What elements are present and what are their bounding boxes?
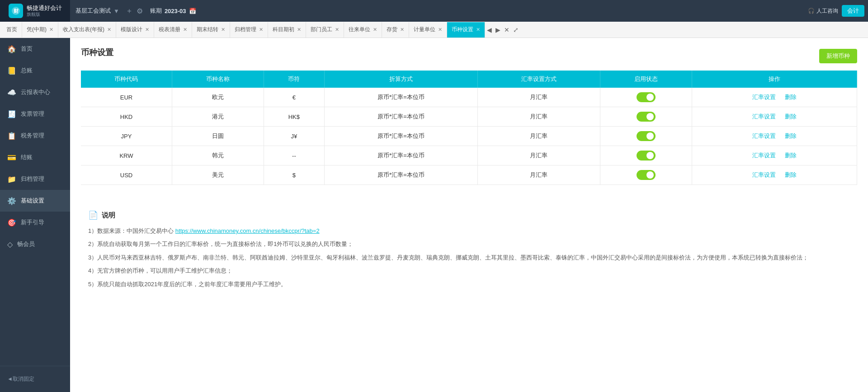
cell-rate-type-1: 月汇率 bbox=[477, 107, 600, 127]
sidebar-item-reports[interactable]: ☁️ 云报表中心 bbox=[0, 81, 70, 103]
tab-currency[interactable]: 币种设置 ✕ bbox=[447, 22, 485, 38]
gear-icon: ⚙️ bbox=[7, 197, 16, 205]
cell-rate-type-4: 月汇率 bbox=[477, 165, 600, 185]
delete-link-0[interactable]: 删除 bbox=[785, 94, 797, 100]
sidebar-item-guide[interactable]: 🎯 新手引导 bbox=[0, 212, 70, 233]
tab-currency-close[interactable]: ✕ bbox=[476, 27, 480, 33]
enable-toggle-2[interactable] bbox=[637, 131, 656, 141]
tab-voucher-close[interactable]: ✕ bbox=[49, 27, 53, 33]
rate-setting-link-1[interactable]: 汇率设置 bbox=[752, 113, 776, 120]
rate-setting-link-2[interactable]: 汇率设置 bbox=[752, 132, 776, 139]
rate-setting-link-0[interactable]: 汇率设置 bbox=[752, 94, 776, 100]
cell-actions-2: 汇率设置 删除 bbox=[692, 127, 857, 146]
cell-rate-type-2: 月汇率 bbox=[477, 127, 600, 146]
note-list: 1）数据来源：中国外汇交易中心 https://www.chinamoney.c… bbox=[88, 226, 850, 289]
cell-conversion-2: 原币*汇率=本位币 bbox=[325, 127, 478, 146]
workspace-actions: ＋ ⚙ bbox=[126, 6, 143, 16]
sidebar-item-invoice[interactable]: 🧾 发票管理 bbox=[0, 103, 70, 125]
tab-tax-close[interactable]: ✕ bbox=[183, 27, 187, 33]
table-row: JPY 日圆 J¥ 原币*汇率=本位币 月汇率 汇率设置 删除 bbox=[81, 127, 857, 146]
tab-period-close[interactable]: ✕ bbox=[221, 27, 225, 33]
table-row: EUR 欧元 € 原币*汇率=本位币 月汇率 汇率设置 删除 bbox=[81, 88, 857, 107]
cell-name-1: 港元 bbox=[172, 107, 264, 127]
col-symbol: 币符 bbox=[264, 71, 324, 88]
logo-area: 财 畅捷通好会计 旗舰版 bbox=[0, 0, 70, 22]
note-icon: 📄 bbox=[88, 210, 98, 220]
tab-voucher[interactable]: 凭(中期) ✕ bbox=[22, 22, 58, 38]
cell-symbol-0: € bbox=[264, 88, 324, 107]
table-row: HKD 港元 HK$ 原币*汇率=本位币 月汇率 汇率设置 删除 bbox=[81, 107, 857, 127]
tab-template-close[interactable]: ✕ bbox=[145, 27, 149, 33]
tab-expand-button[interactable]: ⤢ bbox=[511, 26, 520, 33]
tab-archive[interactable]: 归档管理 ✕ bbox=[230, 22, 268, 38]
workspace-dropdown-icon[interactable]: ▼ bbox=[113, 8, 119, 14]
tab-archive-close[interactable]: ✕ bbox=[259, 27, 263, 33]
settings-gear-icon[interactable]: ⚙ bbox=[137, 7, 143, 15]
tab-unit-close[interactable]: ✕ bbox=[438, 27, 442, 33]
tab-close-all-button[interactable]: ✕ bbox=[502, 26, 511, 33]
sidebar-item-settings[interactable]: ⚙️ 基础设置 bbox=[0, 190, 70, 212]
tab-next-button[interactable]: ▶ bbox=[494, 26, 502, 33]
cell-code-4: USD bbox=[81, 165, 172, 185]
cell-toggle-3 bbox=[600, 146, 692, 165]
enable-toggle-3[interactable] bbox=[637, 151, 656, 161]
tab-inventory-close[interactable]: ✕ bbox=[400, 27, 404, 33]
tab-template[interactable]: 模版设计 ✕ bbox=[116, 22, 154, 38]
enable-toggle-0[interactable] bbox=[637, 92, 656, 102]
checkout-icon: 💳 bbox=[7, 153, 16, 162]
sidebar-item-home[interactable]: 🏠 首页 bbox=[0, 38, 70, 60]
sidebar-item-checkout[interactable]: 💳 结账 bbox=[0, 146, 70, 168]
account-button[interactable]: 会计 bbox=[842, 5, 864, 17]
workspace-area: 基层工会测试 ▼ ＋ ⚙ 账期 2023-03 📅 bbox=[70, 6, 808, 16]
sidebar-item-member[interactable]: ◇ 畅会员 bbox=[0, 233, 70, 255]
tab-department-close[interactable]: ✕ bbox=[335, 27, 339, 33]
top-bar: 财 畅捷通好会计 旗舰版 基层工会测试 ▼ ＋ ⚙ 账期 2023-03 📅 🎧… bbox=[0, 0, 868, 22]
tab-income-close[interactable]: ✕ bbox=[107, 27, 111, 33]
cell-toggle-2 bbox=[600, 127, 692, 146]
cell-name-3: 韩元 bbox=[172, 146, 264, 165]
delete-link-3[interactable]: 删除 bbox=[785, 152, 797, 159]
tab-period-end[interactable]: 期末结转 ✕ bbox=[192, 22, 230, 38]
collapse-sidebar-button[interactable]: ◄取消固定 bbox=[0, 372, 70, 387]
rate-setting-link-4[interactable]: 汇率设置 bbox=[752, 171, 776, 178]
svg-text:财: 财 bbox=[13, 8, 19, 14]
archive-icon: 📁 bbox=[7, 175, 16, 184]
delete-link-2[interactable]: 删除 bbox=[785, 132, 797, 139]
cell-name-2: 日圆 bbox=[172, 127, 264, 146]
tab-unit[interactable]: 计量单位 ✕ bbox=[409, 22, 447, 38]
cell-code-0: EUR bbox=[81, 88, 172, 107]
tab-home[interactable]: 首页 bbox=[2, 22, 22, 38]
sidebar-item-tax[interactable]: 📋 税务管理 bbox=[0, 125, 70, 146]
calendar-icon[interactable]: 📅 bbox=[189, 8, 196, 14]
tab-department[interactable]: 部门员工 ✕ bbox=[306, 22, 344, 38]
delete-link-4[interactable]: 删除 bbox=[785, 171, 797, 178]
note-item: 4）无官方牌价的币种，可以用用户手工维护汇率信息； bbox=[88, 265, 850, 276]
add-workspace-icon[interactable]: ＋ bbox=[126, 6, 133, 16]
tab-subject[interactable]: 科目期初 ✕ bbox=[268, 22, 306, 38]
guide-icon: 🎯 bbox=[7, 218, 16, 227]
enable-toggle-1[interactable] bbox=[637, 112, 656, 122]
sidebar-item-ledger[interactable]: 📒 总账 bbox=[0, 60, 70, 81]
note-item: 3）人民币对马来西亚林吉特、俄罗斯卢布、南非兰特、韩元、阿联酋迪拉姆、沙特里亚尔… bbox=[88, 252, 850, 263]
delete-link-1[interactable]: 删除 bbox=[785, 113, 797, 120]
tab-contacts[interactable]: 往来单位 ✕ bbox=[344, 22, 382, 38]
tab-income-report[interactable]: 收入支出表(年报) ✕ bbox=[58, 22, 116, 38]
tab-subject-close[interactable]: ✕ bbox=[297, 27, 301, 33]
help-button[interactable]: 🎧 人工咨询 bbox=[808, 7, 838, 15]
tab-tax-table[interactable]: 税表清册 ✕ bbox=[154, 22, 192, 38]
rate-setting-link-3[interactable]: 汇率设置 bbox=[752, 152, 776, 159]
enable-toggle-4[interactable] bbox=[637, 170, 656, 180]
cell-actions-1: 汇率设置 删除 bbox=[692, 107, 857, 127]
table-header-row: 币种代码 币种名称 币符 折算方式 汇率设置方式 启用状态 操作 bbox=[81, 71, 857, 88]
tax-icon: 📋 bbox=[7, 132, 16, 140]
cloud-icon: ☁️ bbox=[7, 88, 16, 97]
tab-prev-button[interactable]: ◀ bbox=[485, 26, 494, 33]
tab-contacts-close[interactable]: ✕ bbox=[373, 27, 377, 33]
cell-symbol-1: HK$ bbox=[264, 107, 324, 127]
new-currency-button[interactable]: 新增币种 bbox=[819, 49, 857, 63]
tab-inventory[interactable]: 存货 ✕ bbox=[382, 22, 409, 38]
sidebar-item-archive[interactable]: 📁 归档管理 bbox=[0, 168, 70, 190]
note-item: 1）数据来源：中国外汇交易中心 https://www.chinamoney.c… bbox=[88, 226, 850, 236]
chinamoney-link[interactable]: https://www.chinamoney.com.cn/chinese/bk… bbox=[175, 227, 320, 234]
col-conversion: 折算方式 bbox=[325, 71, 478, 88]
